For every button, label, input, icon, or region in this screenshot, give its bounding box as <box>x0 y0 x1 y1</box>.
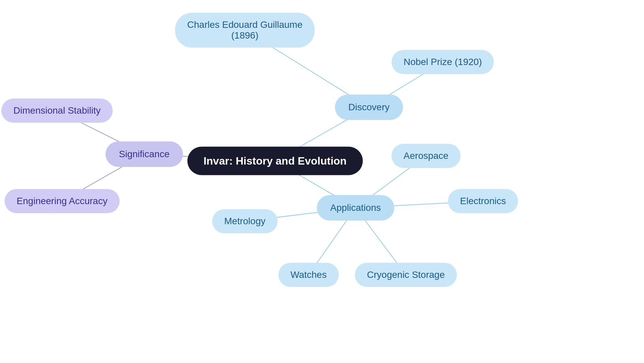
node-metrology-label: Metrology <box>224 216 266 227</box>
node-cryogenic[interactable]: Cryogenic Storage <box>355 263 457 287</box>
node-engineering[interactable]: Engineering Accuracy <box>5 189 120 213</box>
node-electronics-label: Electronics <box>460 196 506 206</box>
node-watches-label: Watches <box>290 269 327 280</box>
node-watches[interactable]: Watches <box>278 263 339 287</box>
node-nobel-label: Nobel Prize (1920) <box>404 57 482 67</box>
node-center[interactable]: Invar: History and Evolution <box>187 147 363 175</box>
node-metrology[interactable]: Metrology <box>212 209 278 233</box>
node-charles-label: Charles Edouard Guillaume (1896) <box>187 19 303 41</box>
node-discovery[interactable]: Discovery <box>335 95 403 120</box>
node-aerospace-label: Aerospace <box>404 150 448 161</box>
mind-map: Invar: History and EvolutionDiscoveryCha… <box>0 0 644 363</box>
node-dimensional-label: Dimensional Stability <box>13 105 101 116</box>
node-center-label: Invar: History and Evolution <box>204 155 347 167</box>
connections-svg <box>0 0 644 363</box>
node-significance-label: Significance <box>119 149 170 160</box>
node-engineering-label: Engineering Accuracy <box>17 196 108 206</box>
node-discovery-label: Discovery <box>348 102 390 113</box>
node-dimensional[interactable]: Dimensional Stability <box>1 99 113 123</box>
node-charles[interactable]: Charles Edouard Guillaume (1896) <box>175 13 315 48</box>
node-applications[interactable]: Applications <box>317 195 394 221</box>
node-nobel[interactable]: Nobel Prize (1920) <box>391 50 494 74</box>
node-aerospace[interactable]: Aerospace <box>391 144 461 168</box>
node-cryogenic-label: Cryogenic Storage <box>367 269 445 280</box>
node-electronics[interactable]: Electronics <box>448 189 518 213</box>
node-applications-label: Applications <box>330 202 381 213</box>
node-significance[interactable]: Significance <box>106 141 183 167</box>
